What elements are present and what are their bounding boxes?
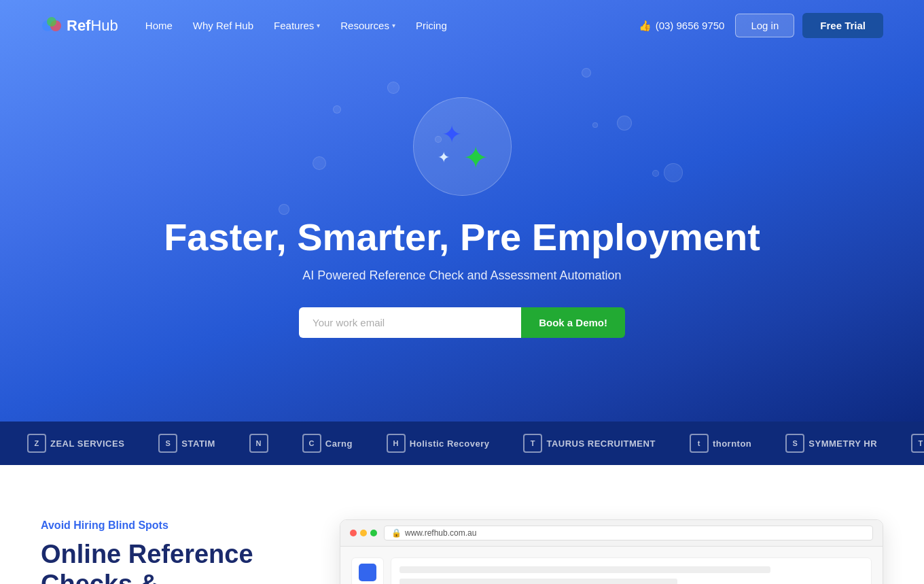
training-icon: T [911,434,924,453]
sidebar-icon-active [359,564,376,581]
taurus-icon: T [523,434,542,453]
book-demo-button[interactable]: Book a Demo! [521,307,625,338]
logo-training: T Training & Dev [911,434,924,453]
thornton-icon: t [690,434,709,453]
nav-resources[interactable]: Resources ▾ [340,20,395,31]
bubble-9 [279,204,289,215]
logo-zeal: Z ZEAL SERVICES [27,434,124,453]
email-input[interactable] [299,307,521,338]
browser-content [340,547,883,584]
bubble-10 [592,122,598,128]
browser-sidebar [351,557,384,584]
dot-green [370,530,377,536]
login-button[interactable]: Log in [735,14,794,37]
hero-subtitle: AI Powered Reference Check and Assessmen… [302,269,621,283]
lower-heading: Online Reference Checks & [41,540,299,584]
bubble-5 [617,116,632,131]
lower-eyebrow: Avoid Hiring Blind Spots [41,519,299,532]
bubble-6 [652,170,659,177]
bubble-7 [313,156,326,170]
sparkle-inner: ✦ ✦ ✦ [435,119,489,173]
logo-n: N [249,434,268,453]
nav-pricing[interactable]: Pricing [416,20,447,31]
logo-symmetry: S SYMMETRY HR [785,434,877,453]
dot-red [350,530,357,536]
lower-section: Avoid Hiring Blind Spots Online Referenc… [0,465,924,584]
bubble-2 [387,82,399,94]
hero-title: Faster, Smarter, Pre Employment [164,216,760,258]
hero-section: ✦ ✦ ✦ Faster, Smarter, Pre Employment AI… [0,0,924,422]
bubble-8 [664,163,683,182]
holistic-icon: H [387,434,406,453]
features-chevron-icon: ▾ [317,22,320,29]
logo[interactable]: RefHub [41,15,118,37]
caring-icon: C [302,434,321,453]
logo-holistic: H Holistic Recovery [387,434,490,453]
statim-icon: S [158,434,177,453]
logo-taurus: T TAURUS RECRUITMENT [523,434,655,453]
logos-strip: Z ZEAL SERVICES S STATIM N C Carng H Hol… [0,422,924,465]
sparkle-blue-icon: ✦ [442,122,462,147]
nav-features[interactable]: Features ▾ [274,20,320,31]
symmetry-icon: S [785,434,804,453]
logo-caring: C Carng [302,434,353,453]
nav-actions: Log in Free Trial [735,13,883,38]
bubble-4 [582,68,591,78]
browser-url: 🔒 www.refhub.com.au [384,526,873,540]
sparkle-green-icon: ✦ [463,142,489,173]
lower-left: Avoid Hiring Blind Spots Online Referenc… [41,519,299,584]
n-icon: N [249,434,268,453]
logo-thornton: t thornton [690,434,751,453]
browser-main [391,557,872,584]
browser-mock: 🔒 www.refhub.com.au [340,519,883,584]
zeal-icon: Z [27,434,46,453]
logos-inner: Z ZEAL SERVICES S STATIM N C Carng H Hol… [0,434,924,453]
svg-point-2 [47,17,56,27]
nav-home[interactable]: Home [145,20,173,31]
dot-yellow [360,530,367,536]
lower-right: 🔒 www.refhub.com.au [340,519,883,584]
browser-dots [350,530,377,536]
resources-chevron-icon: ▾ [392,22,395,29]
lock-icon: 🔒 [391,528,402,538]
nav-links: Home Why Ref Hub Features ▾ Resources ▾ … [145,20,639,31]
logo-text: RefHub [67,17,118,35]
free-trial-button[interactable]: Free Trial [802,13,883,38]
bubble-1 [333,105,341,114]
hero-form: Book a Demo! [299,307,625,338]
navbar: RefHub Home Why Ref Hub Features ▾ Resou… [0,0,924,51]
sparkle-circle: ✦ ✦ ✦ [413,97,512,196]
phone-number: 👍 (03) 9656 9750 [639,20,725,32]
nav-why-ref-hub[interactable]: Why Ref Hub [193,20,253,31]
browser-bar: 🔒 www.refhub.com.au [340,520,883,547]
logo-statim: S STATIM [158,434,215,453]
sparkle-small-icon: ✦ [438,150,450,165]
mock-line-1 [399,566,770,573]
mock-line-2 [399,579,677,584]
logo-icon [41,15,63,37]
